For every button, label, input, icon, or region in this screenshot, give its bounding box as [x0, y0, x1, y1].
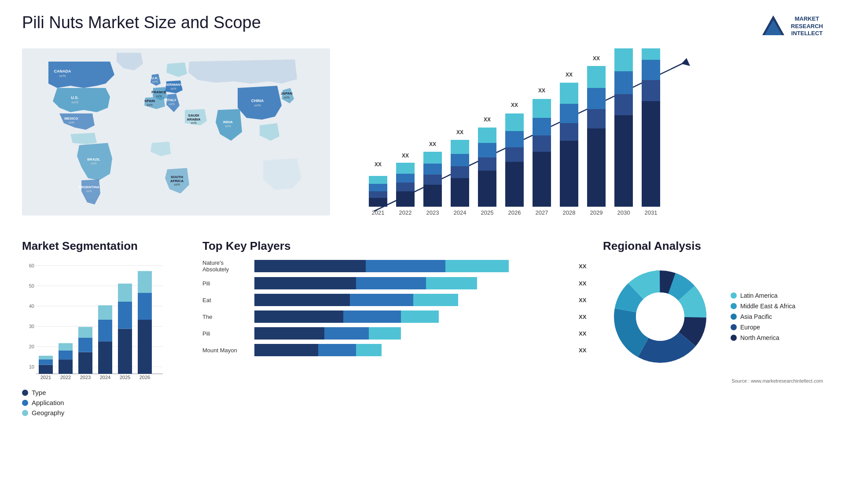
svg-rect-85	[614, 48, 633, 71]
svg-text:INDIA: INDIA	[223, 120, 233, 124]
svg-rect-48	[423, 175, 442, 185]
svg-rect-129	[118, 302, 132, 329]
svg-rect-47	[423, 185, 442, 207]
svg-text:ITALY: ITALY	[167, 98, 176, 102]
svg-text:2023: 2023	[80, 375, 91, 380]
svg-rect-40	[369, 176, 387, 184]
svg-text:2031: 2031	[645, 209, 658, 216]
bar-seg1-0	[254, 260, 366, 272]
svg-rect-62	[505, 162, 524, 207]
svg-rect-87	[642, 101, 660, 207]
svg-text:SPAIN: SPAIN	[144, 99, 155, 103]
player-name-0: Nature's Absolutely	[202, 259, 251, 273]
svg-rect-120	[59, 351, 73, 360]
player-bar-4	[254, 327, 573, 340]
svg-text:xx%: xx%	[169, 102, 174, 106]
bar-seg2-1	[356, 277, 426, 289]
player-val-4: XX	[579, 330, 590, 337]
svg-line-35	[374, 62, 687, 211]
svg-rect-60	[478, 128, 496, 143]
seg-chart-wrap: 60 50 40 30 20 10	[22, 259, 189, 384]
player-name-3: The	[202, 314, 251, 320]
dot-na	[731, 335, 737, 341]
application-dot	[22, 400, 28, 406]
player-name-2: Eat	[202, 297, 251, 303]
legend-application: Application	[22, 399, 189, 406]
legend-apac: Asia Pacific	[731, 313, 795, 320]
dot-europe	[731, 324, 737, 330]
dot-latin	[731, 292, 737, 299]
svg-text:xx%: xx%	[191, 121, 196, 124]
svg-text:JAPAN: JAPAN	[281, 91, 293, 95]
svg-point-145	[636, 292, 684, 341]
svg-text:U.S.: U.S.	[71, 95, 79, 100]
svg-text:2025: 2025	[481, 209, 494, 216]
player-row-5: Mount Mayon XX	[202, 344, 590, 356]
svg-rect-44	[396, 174, 415, 183]
svg-text:SOUTH: SOUTH	[171, 175, 183, 179]
player-bar-1	[254, 277, 573, 289]
svg-rect-82	[614, 115, 633, 207]
svg-text:2028: 2028	[563, 209, 576, 216]
legend-europe: Europe	[731, 324, 795, 331]
svg-rect-38	[369, 191, 387, 198]
svg-rect-59	[478, 143, 496, 157]
svg-text:2024: 2024	[454, 209, 467, 216]
svg-text:2027: 2027	[536, 209, 548, 216]
player-bar-0	[254, 260, 573, 272]
svg-text:XX: XX	[511, 102, 518, 108]
svg-rect-130	[118, 284, 132, 302]
svg-text:2021: 2021	[372, 209, 385, 216]
bottom-section: Market Segmentation 60 50 40 30 20 10	[22, 239, 823, 419]
svg-text:2022: 2022	[399, 209, 412, 216]
logo-area: MARKET RESEARCH INTELLECT	[760, 13, 823, 40]
svg-rect-132	[138, 293, 152, 320]
svg-rect-119	[59, 359, 73, 374]
svg-text:XX: XX	[375, 161, 382, 168]
bar-seg1-4	[254, 327, 324, 340]
svg-text:xx%: xx%	[174, 183, 180, 186]
svg-text:2025: 2025	[120, 375, 130, 380]
svg-rect-124	[78, 327, 92, 338]
svg-rect-125	[98, 341, 112, 374]
svg-rect-77	[587, 128, 606, 207]
bar-seg3-5	[356, 344, 382, 356]
regional-title: Regional Analysis	[603, 239, 823, 253]
logo-text: MARKET RESEARCH INTELLECT	[791, 15, 823, 38]
player-val-5: XX	[579, 347, 590, 354]
svg-rect-116	[39, 365, 53, 374]
svg-text:2022: 2022	[60, 375, 71, 380]
svg-text:CANADA: CANADA	[54, 69, 71, 73]
dot-mea	[731, 303, 737, 309]
segmentation-section: Market Segmentation 60 50 40 30 20 10	[22, 239, 189, 419]
bar-seg2-2	[350, 294, 414, 306]
bar-seg1-2	[254, 294, 350, 306]
svg-rect-72	[560, 141, 578, 207]
svg-rect-123	[78, 338, 92, 352]
bar-seg3-2	[413, 294, 458, 306]
map-container: CANADA xx% U.S. xx% MEXICO xx% BRAZIL xx…	[22, 48, 330, 226]
regional-legend: Latin America Middle East & Africa Asia …	[731, 292, 795, 341]
bar-seg3-3	[401, 310, 439, 323]
svg-text:xx%: xx%	[170, 87, 176, 90]
page-header: Pili Nuts Market Size and Scope MARKET R…	[22, 13, 823, 40]
svg-text:XX: XX	[484, 117, 491, 123]
svg-text:CHINA: CHINA	[251, 99, 264, 103]
svg-rect-84	[614, 71, 633, 94]
svg-text:xx%: xx%	[59, 74, 66, 78]
svg-rect-45	[396, 163, 415, 174]
player-row-2: Eat XX	[202, 294, 590, 306]
key-players-section: Top Key Players Nature's Absolutely XX P…	[202, 239, 590, 419]
player-bar-3	[254, 310, 573, 323]
source-text: Source : www.marketresearchintellect.com	[603, 378, 823, 383]
player-row-4: Pili XX	[202, 327, 590, 340]
svg-rect-88	[642, 80, 660, 101]
legend-type: Type	[22, 389, 189, 396]
svg-rect-128	[118, 329, 132, 374]
svg-rect-43	[396, 183, 415, 191]
legend-mea: Middle East & Africa	[731, 303, 795, 310]
svg-text:ARGENTINA: ARGENTINA	[78, 185, 99, 189]
svg-text:U.K.: U.K.	[151, 76, 158, 80]
players-title: Top Key Players	[202, 239, 590, 253]
svg-text:MEXICO: MEXICO	[64, 117, 78, 121]
